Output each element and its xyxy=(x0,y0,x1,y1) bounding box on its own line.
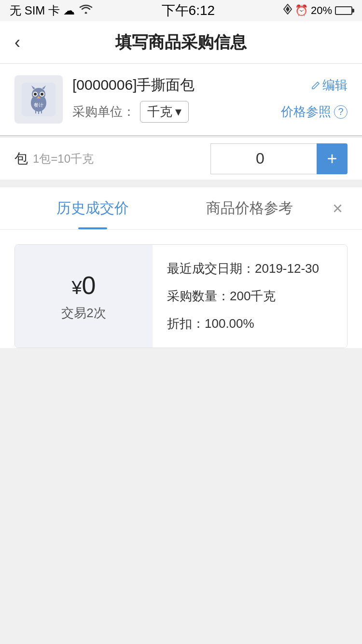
bottom-area xyxy=(0,363,362,644)
product-image: 餐计 xyxy=(14,75,63,124)
currency-symbol: ¥ xyxy=(71,278,82,298)
product-bottom-row: 采购单位： 千克 ▾ 价格参照 ? xyxy=(72,101,348,123)
unit-selector: 采购单位： 千克 ▾ xyxy=(72,101,189,123)
tab-bar: 历史成交价 商品价格参考 × xyxy=(0,187,362,230)
nav-bar: ‹ 填写商品采购信息 xyxy=(0,21,362,64)
svg-point-9 xyxy=(34,93,37,96)
price-right-panel: 最近成交日期：2019-12-30 采购数量：200千克 折扣：100.00% xyxy=(153,245,347,348)
alarm-icon: ⏰ xyxy=(295,4,308,17)
product-info: [0000006]手撕面包 编辑 采购单位： 千克 ▾ 价格参照 ? xyxy=(72,75,348,123)
product-logo: 餐计 xyxy=(22,83,56,116)
page-title: 填写商品采购信息 xyxy=(115,31,247,54)
price-trades: 交易2次 xyxy=(61,305,106,322)
wifi-icon xyxy=(79,4,93,17)
discount-row: 折扣：100.00% xyxy=(167,314,333,333)
back-button[interactable]: ‹ xyxy=(14,32,43,53)
svg-marker-1 xyxy=(286,6,290,12)
status-right: ⏰ 20% xyxy=(283,4,352,17)
price-amount: ¥0 xyxy=(71,271,96,300)
product-card: 餐计 [0000006]手撕面包 编辑 采购单位： 千克 ▾ xyxy=(0,64,362,135)
quantity-row: 包 1包=10千克 + xyxy=(0,137,362,180)
location-icon xyxy=(283,4,292,17)
battery-icon xyxy=(335,6,352,15)
unit-dropdown[interactable]: 千克 ▾ xyxy=(140,101,189,123)
price-ref-button[interactable]: 价格参照 ? xyxy=(281,103,348,120)
price-card: ¥0 交易2次 最近成交日期：2019-12-30 采购数量：200千克 折扣：… xyxy=(14,244,348,348)
dropdown-arrow-icon: ▾ xyxy=(175,104,181,119)
qty-row: 采购数量：200千克 xyxy=(167,287,333,306)
quantity-input[interactable] xyxy=(210,143,317,174)
product-name: [0000006]手撕面包 xyxy=(72,75,195,95)
product-header: [0000006]手撕面包 编辑 xyxy=(72,75,348,95)
sim-text: 无 SIM 卡 ☁ xyxy=(10,3,75,18)
tab-close-button[interactable]: × xyxy=(328,198,348,219)
quantity-input-area: + xyxy=(210,143,348,174)
status-time: 下午6:12 xyxy=(162,1,215,20)
tab-product-price-ref[interactable]: 商品价格参考 xyxy=(171,187,327,229)
divider xyxy=(0,135,362,136)
unit-label: 采购单位： xyxy=(72,103,135,120)
recent-date-row: 最近成交日期：2019-12-30 xyxy=(167,259,333,278)
qty-unit: 包 xyxy=(14,150,28,168)
price-left-panel: ¥0 交易2次 xyxy=(15,245,153,348)
status-bar: 无 SIM 卡 ☁ 下午6:12 ⏰ 20% xyxy=(0,0,362,21)
quantity-plus-button[interactable]: + xyxy=(317,143,348,174)
tab-section: 历史成交价 商品价格参考 × ¥0 交易2次 最近成交日期：2019-12-30… xyxy=(0,187,362,348)
svg-text:餐计: 餐计 xyxy=(34,102,43,108)
product-top-row: 餐计 [0000006]手撕面包 编辑 采购单位： 千克 ▾ xyxy=(14,75,348,124)
status-left: 无 SIM 卡 ☁ xyxy=(10,3,93,18)
edit-button[interactable]: 编辑 xyxy=(311,77,348,94)
svg-point-10 xyxy=(41,93,43,96)
tab-history-price[interactable]: 历史成交价 xyxy=(14,187,171,229)
quantity-label: 包 1包=10千克 xyxy=(14,150,94,168)
battery-percent: 20% xyxy=(311,4,332,17)
help-icon: ? xyxy=(334,105,348,119)
qty-conversion: 1包=10千克 xyxy=(33,151,94,167)
tab-active-indicator xyxy=(78,227,107,229)
